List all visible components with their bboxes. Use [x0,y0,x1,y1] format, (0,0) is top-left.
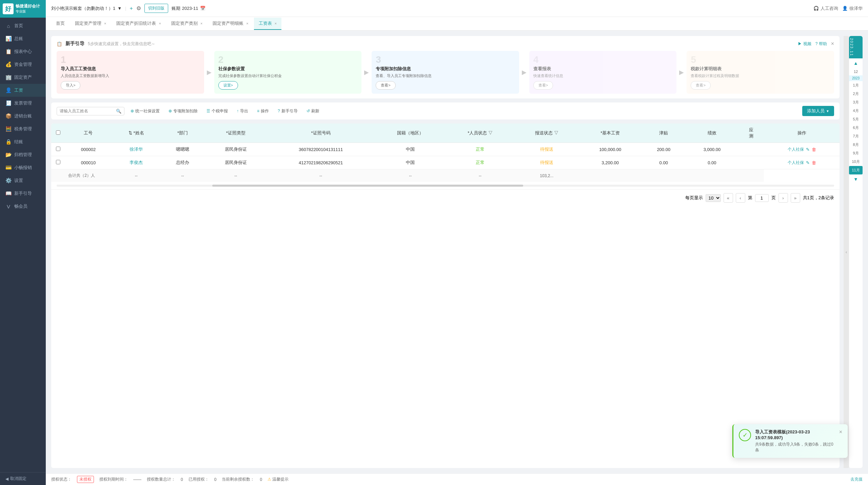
step-title-2: 社保参数设置 [218,66,358,72]
add-dropdown-arrow: ▼ [826,109,829,113]
page-input[interactable] [755,194,769,202]
sidebar-item-guide[interactable]: 📖 新手引导 [0,187,46,200]
step-btn-5[interactable]: 查看> [691,81,710,90]
th-status[interactable]: *人员状态 ▽ [446,124,514,143]
action-label-special-deduct: 专项附加扣除 [173,108,198,114]
action-btn-social-insurance[interactable]: ⊕ 统一社保设置 [128,107,162,116]
go-buy-btn[interactable]: 去充值 [850,477,863,482]
row-edit-1[interactable]: ✎ [806,160,810,165]
cal-down-btn[interactable]: ▼ [853,176,859,183]
action-icon-guide-btn: ? [278,109,280,113]
unpin-sidebar-btn[interactable]: ◀ 取消固定 [0,472,46,485]
scrollbar[interactable] [57,185,834,187]
next-page-btn[interactable]: › [778,193,788,203]
tab-depreciation[interactable]: 固定资产折旧统计表× [112,18,165,30]
step-btn-2[interactable]: 设置> [218,81,238,90]
calendar-nav: ▲ [849,58,863,68]
sidebar-item-inventory[interactable]: 📦 进销台账 [0,110,46,123]
ai-consult-btn[interactable]: 🎧 人工咨询 [813,5,838,12]
prev-page-btn[interactable]: ‹ [736,193,745,203]
cal-month-6月[interactable]: 6月 [849,124,863,132]
settings-icon[interactable]: ⚙ [136,5,141,12]
row-social-ins-0[interactable]: 个人社保 [788,147,804,152]
action-btn-more[interactable]: ≡ 操作 [254,107,272,116]
tab-close-asset-detail[interactable]: × [246,21,248,25]
sidebar-item-fund-management[interactable]: 💰 资金管理 [0,58,46,71]
cal-month-12[interactable]: 12 [849,68,863,75]
search-box[interactable]: 🔍 [57,107,124,115]
user-profile-btn[interactable]: 👤 徐泽华 [842,5,863,12]
cal-month-5月[interactable]: 5月 [849,115,863,124]
cal-month-7月[interactable]: 7月 [849,132,863,141]
period-selector[interactable]: 账期 2023-11 📅 [172,5,205,12]
last-page-btn[interactable]: » [791,193,800,203]
action-btn-special-deduct[interactable]: ⊕ 专项附加扣除 [166,107,200,116]
tab-close-asset-category[interactable]: × [200,21,202,25]
tab-close-fixed-assets-mgmt[interactable]: × [104,21,106,25]
action-btn-refresh[interactable]: ↺ 刷新 [304,107,322,116]
search-input[interactable] [60,109,114,113]
guide-help-btn[interactable]: ? 帮助 [815,41,827,47]
sidebar-item-expense[interactable]: 💳 小畅报销 [0,161,46,174]
th-name[interactable]: ⇅ *姓名 [112,124,161,143]
row-edit-0[interactable]: ✎ [806,147,810,152]
sidebar-item-general-ledger[interactable]: 📊 总账 [0,32,46,45]
action-btn-guide-btn[interactable]: ? 新手引导 [275,107,300,116]
row-delete-1[interactable]: 🗑 [812,160,816,165]
step-btn-4[interactable]: 查看> [533,81,553,90]
row-delete-0[interactable]: 🗑 [812,147,816,152]
sidebar-item-closing[interactable]: 🔒 结账 [0,135,46,148]
row-check-0[interactable] [56,147,60,151]
add-account-icon[interactable]: + [130,5,133,12]
account-selector[interactable]: 刘小艳演示账套（勿删勿动！）1 ▼ [51,5,122,12]
sidebar-item-fixed-assets[interactable]: 🏢 固定资产 [0,71,46,84]
sidebar-item-member[interactable]: V 畅会员 [0,200,46,213]
cal-month-9月[interactable]: 9月 [849,149,863,157]
toast-close-btn[interactable]: × [839,429,842,435]
th-report-status[interactable]: 报送状态 ▽ [514,124,579,143]
row-name-link-1[interactable]: 李俊杰 [130,160,143,165]
tab-asset-detail[interactable]: 固定资产明细账× [208,18,253,30]
cal-month-10月[interactable]: 10月 [849,157,863,166]
sidebar-item-invoicing[interactable]: 🧾 发票管理 [0,97,46,110]
cal-up-btn[interactable]: ▲ [853,60,859,67]
add-employee-btn[interactable]: 添加人员 ▼ [802,106,834,116]
per-page-select[interactable]: 10 20 50 [706,194,721,202]
cal-month-11月[interactable]: 11月 [849,166,863,174]
tab-asset-category[interactable]: 固定资产类别× [166,18,207,30]
sidebar-item-home[interactable]: ⌂ 首页 [0,19,46,32]
used-auth-label: 已用授权： [189,477,209,482]
per-page-label: 每页显示 [685,195,703,201]
row-check-1[interactable] [56,160,60,164]
sidebar-item-tax[interactable]: 🧮 税务管理 [0,123,46,135]
sidebar-item-payroll[interactable]: 👤 工资 [0,84,46,97]
tab-home[interactable]: 首页 [51,18,70,30]
row-name-link-0[interactable]: 徐泽华 [130,147,143,152]
tab-payroll-table[interactable]: 工资表× [254,18,281,30]
cal-month-2月[interactable]: 2月 [849,90,863,98]
row-social-ins-1[interactable]: 个人社保 [788,160,804,166]
calendar-expand-btn[interactable]: ‹ [844,36,849,468]
tab-fixed-assets-mgmt[interactable]: 固定资产管理× [70,18,111,30]
tab-close-depreciation[interactable]: × [159,21,161,25]
guide-video-btn[interactable]: ▶ 视频 [798,41,811,47]
cal-month-1月[interactable]: 1月 [849,81,863,90]
action-btn-tax-report[interactable]: ☰ 个税申报 [204,107,231,116]
sidebar-item-archive[interactable]: 📂 归档管理 [0,148,46,161]
step-btn-3[interactable]: 查看> [376,81,395,90]
step-btn-1[interactable]: 导入> [61,81,80,90]
th-id-num: *证照号码 [267,124,375,143]
guide-close-btn[interactable]: × [831,41,834,47]
tab-close-payroll-table[interactable]: × [275,21,277,25]
switch-version-btn[interactable]: 切到旧版 [144,4,168,13]
cal-month-4月[interactable]: 4月 [849,107,863,115]
sidebar-item-settings[interactable]: ⚙️ 设置 [0,174,46,187]
select-all-checkbox[interactable] [56,130,60,135]
cal-month-3月[interactable]: 3月 [849,98,863,107]
action-btn-export[interactable]: ↑ 导出 [234,107,251,116]
table-header-row: 工号 ⇅ *姓名 *部门 *证照类型 *证照号码 国籍（地区） *人员状态 ▽ … [51,124,840,143]
row-checkbox-1 [51,156,65,169]
cal-month-8月[interactable]: 8月 [849,141,863,149]
first-page-btn[interactable]: « [724,193,733,203]
sidebar-item-report-center[interactable]: 📋 报表中心 [0,45,46,58]
